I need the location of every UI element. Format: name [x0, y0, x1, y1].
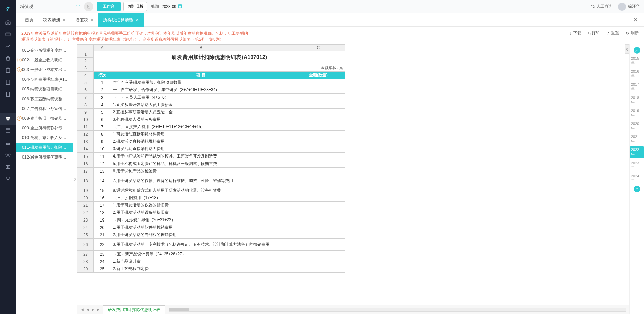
- year-nav-up-icon[interactable]: ︽: [634, 47, 640, 54]
- item-text-cell[interactable]: 4.用于中间试验和产品试制的模具、工艺装备开发及制造费: [111, 153, 291, 160]
- line-number-cell[interactable]: 11: [94, 153, 111, 160]
- amount-cell[interactable]: [291, 86, 345, 94]
- line-number-cell[interactable]: 17: [94, 202, 111, 209]
- line-number-cell[interactable]: 3: [94, 94, 111, 101]
- year-item[interactable]: 2019年: [630, 107, 644, 119]
- form-list-item[interactable]: 007-广告费和业务宣传费跨...: [16, 104, 73, 114]
- item-text-cell[interactable]: 2.新工艺规程制定费: [111, 265, 291, 273]
- line-number-cell[interactable]: 21: [94, 231, 111, 239]
- sheet-nav-prev-icon[interactable]: ◀: [86, 308, 90, 311]
- line-number-cell[interactable]: 5: [94, 109, 111, 116]
- download-button[interactable]: ⇩ 下载: [569, 30, 581, 36]
- row-header[interactable]: 27: [77, 251, 94, 258]
- line-number-cell[interactable]: 14: [94, 175, 111, 187]
- amount-cell[interactable]: [291, 131, 345, 138]
- year-item[interactable]: 2017年: [630, 81, 644, 93]
- item-text-cell[interactable]: （四）无形资产摊销（20+21+22）: [111, 216, 291, 224]
- row-header[interactable]: 22: [77, 209, 94, 216]
- year-item[interactable]: 2016年: [630, 68, 644, 80]
- row-header[interactable]: 12: [77, 131, 94, 138]
- sheet-nav-last-icon[interactable]: ▶|: [96, 308, 101, 311]
- nav-tax-icon[interactable]: [0, 113, 16, 125]
- close-icon[interactable]: ✕: [62, 18, 66, 22]
- item-text-cell[interactable]: （二）直接投入费用（8+9+10+11+12+13+14+15）: [111, 123, 291, 131]
- form-list-item[interactable]: 005-纳税调整项目明细表(A1...: [16, 84, 73, 94]
- row-header[interactable]: 13: [77, 138, 94, 145]
- calendar-icon[interactable]: [178, 4, 182, 9]
- nav-inbox-icon[interactable]: [0, 137, 16, 149]
- item-text-cell[interactable]: 6.用于试制产品的检验费: [111, 168, 291, 175]
- line-number-cell[interactable]: 25: [94, 265, 111, 273]
- row-header[interactable]: 10: [77, 116, 94, 123]
- amount-cell[interactable]: [291, 145, 345, 153]
- amount-cell[interactable]: [291, 224, 345, 231]
- tax-type-dropdown[interactable]: 增值税 ﹀: [20, 4, 80, 10]
- form-list-item[interactable]: 010-免税、减计收入及加计...: [16, 133, 73, 143]
- year-item[interactable]: 2022年: [630, 146, 644, 158]
- form-list-item[interactable]: 009-企业所得税弥补亏损明...: [16, 123, 73, 133]
- switch-old-version-button[interactable]: 切到旧版: [123, 2, 147, 11]
- line-number-cell[interactable]: 4: [94, 101, 111, 109]
- line-number-cell[interactable]: 7: [94, 123, 111, 131]
- item-text-cell[interactable]: 8.通过经营租赁方式租入的用于研发活动的仪器、设备租赁费: [111, 187, 291, 194]
- amount-cell[interactable]: [291, 116, 345, 123]
- reset-button[interactable]: ↺ 重置: [606, 30, 619, 36]
- year-item[interactable]: 2018年: [630, 94, 644, 106]
- sheet-tab-active[interactable]: 研发费用加计扣除优惠明细表: [103, 305, 165, 314]
- line-number-cell[interactable]: 19: [94, 216, 111, 224]
- nav-calendar-icon[interactable]: [0, 101, 16, 113]
- line-number-cell[interactable]: 24: [94, 258, 111, 265]
- form-list-item[interactable]: 006-职工薪酬纳税调整明细...: [16, 94, 73, 104]
- amount-cell[interactable]: [291, 123, 345, 131]
- row-header[interactable]: 5: [77, 79, 94, 86]
- amount-cell[interactable]: [291, 265, 345, 273]
- expand-handle[interactable]: ⟩⟩: [625, 44, 629, 54]
- row-header[interactable]: 16: [77, 160, 94, 168]
- line-number-cell[interactable]: 1: [94, 79, 111, 86]
- year-item[interactable]: 2023年: [630, 160, 644, 171]
- line-number-cell[interactable]: 6: [94, 116, 111, 123]
- item-text-cell[interactable]: 1.新产品设计费: [111, 258, 291, 265]
- form-list-item[interactable]: 012-减免所得税优惠明细表(...: [16, 152, 73, 162]
- header-row-item[interactable]: 项 目: [111, 72, 291, 79]
- row-header[interactable]: 8: [77, 101, 94, 109]
- amount-cell[interactable]: [291, 202, 345, 209]
- amount-cell[interactable]: [291, 216, 345, 224]
- item-text-cell[interactable]: （一）人员人工费用（4+5+6）: [111, 94, 291, 101]
- amount-cell[interactable]: [291, 187, 345, 194]
- sheet-corner[interactable]: [77, 45, 94, 51]
- nav-video-icon[interactable]: [0, 161, 16, 173]
- row-header[interactable]: 21: [77, 202, 94, 209]
- form-list-item[interactable]: 004-期间费用明细表(A1040...: [16, 75, 73, 84]
- row-header[interactable]: 18: [77, 175, 94, 187]
- support-link[interactable]: 人工咨询: [590, 4, 612, 9]
- circle-toggle-button[interactable]: [84, 2, 93, 11]
- year-item[interactable]: 2020年: [630, 120, 644, 132]
- form-list-item[interactable]: 011-研发费用加计扣除优惠...: [16, 143, 73, 152]
- amount-cell[interactable]: [291, 194, 345, 202]
- amount-cell[interactable]: [291, 239, 345, 251]
- year-item[interactable]: 2015年: [630, 55, 644, 67]
- row-header[interactable]: 7: [77, 94, 94, 101]
- nav-clipboard-icon[interactable]: [0, 64, 16, 76]
- form-list-item[interactable]: 008-资产折旧、摊销及纳税...: [16, 114, 73, 123]
- collapse-handle[interactable]: ⟨⟨: [73, 44, 77, 314]
- row-header[interactable]: 25: [77, 231, 94, 239]
- item-text-cell[interactable]: 5.用于不构成固定资产的样品、样机及一般测试手段购置费: [111, 160, 291, 168]
- item-text-cell[interactable]: 1.研发活动直接消耗材料费用: [111, 131, 291, 138]
- amount-cell[interactable]: [291, 209, 345, 216]
- row-header[interactable]: 15: [77, 153, 94, 160]
- item-text-cell[interactable]: 3.研发活动直接消耗动力费用: [111, 145, 291, 153]
- row-header[interactable]: 29: [77, 265, 94, 273]
- item-text-cell[interactable]: （三）折旧费用（17+18）: [111, 194, 291, 202]
- sheet-scroll-container[interactable]: A B C 1研发费用加计扣除优惠明细表(A107012) 2 3金额单位: 元…: [77, 44, 629, 305]
- nav-receipt-icon[interactable]: [0, 88, 16, 101]
- print-button[interactable]: ⎙ 打印: [588, 30, 600, 36]
- year-item[interactable]: 2024年: [630, 173, 644, 184]
- col-header-b[interactable]: B: [111, 45, 291, 51]
- nav-home-icon[interactable]: [0, 16, 16, 28]
- row-header[interactable]: 20: [77, 194, 94, 202]
- nav-v-icon[interactable]: [0, 173, 16, 185]
- amount-cell[interactable]: [291, 101, 345, 109]
- line-number-cell[interactable]: 2: [94, 86, 111, 94]
